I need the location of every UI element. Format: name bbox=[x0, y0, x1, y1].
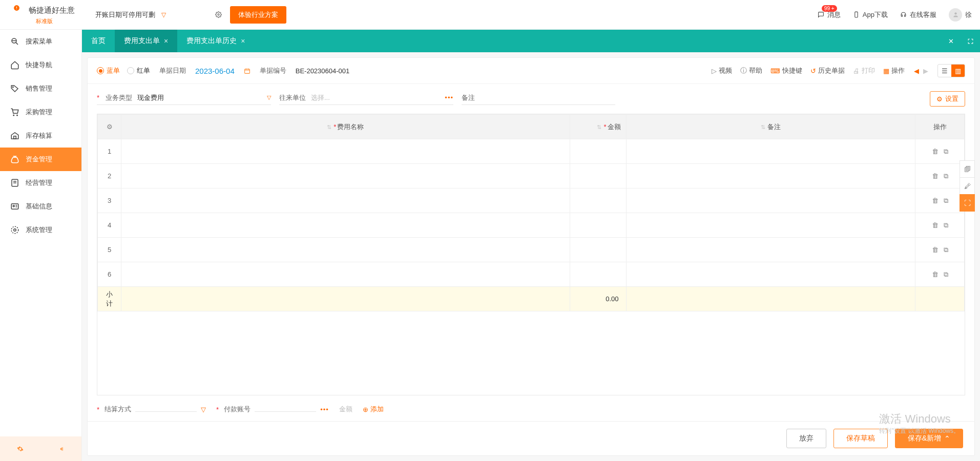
cell-amount[interactable] bbox=[570, 213, 626, 238]
table-row[interactable]: 6🗑⧉ bbox=[98, 262, 965, 287]
col-remark[interactable]: 备注 bbox=[626, 115, 915, 139]
delete-row-icon[interactable]: 🗑 bbox=[932, 221, 939, 229]
settle-field[interactable]: * 结算方式 ▽ bbox=[97, 405, 206, 414]
cell-fee-name[interactable] bbox=[121, 238, 570, 262]
cell-amount[interactable] bbox=[570, 188, 626, 213]
cell-remark[interactable] bbox=[626, 188, 915, 213]
fullscreen-icon[interactable] bbox=[961, 30, 980, 52]
view-grid-icon[interactable]: ▥ bbox=[951, 65, 965, 77]
copy-row-icon[interactable]: ⧉ bbox=[944, 246, 948, 254]
table-row[interactable]: 5🗑⧉ bbox=[98, 238, 965, 262]
copy-row-icon[interactable]: ⧉ bbox=[944, 197, 948, 204]
col-settings[interactable]: ⚙ bbox=[98, 115, 121, 139]
save-new-button[interactable]: 保存&新增⌃ bbox=[895, 429, 963, 448]
doc-date-value[interactable]: 2023-06-04 bbox=[195, 67, 235, 75]
footer-gear-icon[interactable] bbox=[17, 446, 24, 452]
sidebar-item-funds[interactable]: 资金管理 bbox=[0, 148, 81, 171]
sidebar-item-search[interactable]: 搜索菜单 bbox=[0, 30, 81, 53]
account-period-selector[interactable]: 开账日期可停用可删 ▽ bbox=[95, 10, 213, 19]
table-row[interactable]: 1🗑⧉ bbox=[98, 139, 965, 164]
floating-rail: 🗐 🖉 ⛶ bbox=[960, 160, 975, 211]
cell-fee-name[interactable] bbox=[121, 139, 570, 164]
rail-attach-icon[interactable]: 🖉 bbox=[960, 177, 975, 195]
radio-blue[interactable]: 蓝单 bbox=[97, 66, 120, 75]
cell-amount[interactable] bbox=[570, 238, 626, 262]
copy-row-icon[interactable]: ⧉ bbox=[944, 270, 948, 278]
table-row[interactable]: 2🗑⧉ bbox=[98, 164, 965, 188]
print-link[interactable]: 🖨打印 bbox=[853, 66, 875, 75]
add-row-link[interactable]: ⊕ 添加 bbox=[363, 405, 384, 414]
cell-remark[interactable] bbox=[626, 213, 915, 238]
operate-link[interactable]: ▦操作 bbox=[883, 66, 905, 75]
party-field[interactable]: 往来单位 选择... ••• bbox=[279, 93, 453, 105]
cell-amount[interactable] bbox=[570, 262, 626, 287]
discard-button[interactable]: 放弃 bbox=[786, 429, 826, 448]
close-icon[interactable]: × bbox=[164, 37, 168, 45]
messages-link[interactable]: 99 + 消息 bbox=[818, 10, 841, 19]
collapse-sidebar-icon[interactable] bbox=[58, 446, 65, 452]
delete-row-icon[interactable]: 🗑 bbox=[932, 172, 939, 180]
cell-remark[interactable] bbox=[626, 262, 915, 287]
close-icon[interactable]: × bbox=[241, 37, 245, 45]
view-list-icon[interactable]: ☰ bbox=[938, 65, 951, 77]
more-icon[interactable]: ••• bbox=[320, 406, 329, 413]
delete-row-icon[interactable]: 🗑 bbox=[932, 246, 939, 254]
radio-red[interactable]: 红单 bbox=[127, 66, 150, 75]
cell-remark[interactable] bbox=[626, 164, 915, 188]
cell-fee-name[interactable] bbox=[121, 164, 570, 188]
sidebar-item-basedata[interactable]: 基础信息 bbox=[0, 195, 81, 218]
payacct-field[interactable]: * 付款账号 ••• bbox=[216, 405, 329, 414]
history-link[interactable]: ↺历史单据 bbox=[810, 66, 845, 75]
remark-field[interactable]: 备注 bbox=[462, 93, 615, 105]
cell-fee-name[interactable] bbox=[121, 188, 570, 213]
sidebar-item-operations[interactable]: 经营管理 bbox=[0, 171, 81, 195]
cell-amount[interactable] bbox=[570, 139, 626, 164]
cell-fee-name[interactable] bbox=[121, 262, 570, 287]
copy-row-icon[interactable]: ⧉ bbox=[944, 172, 948, 180]
table-row[interactable]: 4🗑⧉ bbox=[98, 213, 965, 238]
delete-row-icon[interactable]: 🗑 bbox=[932, 197, 939, 204]
sidebar-item-sales[interactable]: 销售管理 bbox=[0, 77, 81, 100]
payacct-input[interactable] bbox=[255, 407, 316, 412]
delete-row-icon[interactable]: 🗑 bbox=[932, 270, 939, 278]
cell-remark[interactable] bbox=[626, 238, 915, 262]
col-amount[interactable]: *金额 bbox=[570, 115, 626, 139]
user-menu[interactable]: 徐 bbox=[949, 8, 972, 22]
account-period-label: 开账日期可停用可删 bbox=[95, 10, 155, 19]
settings-button[interactable]: ⚙设置 bbox=[930, 91, 965, 107]
save-draft-button[interactable]: 保存草稿 bbox=[833, 429, 888, 448]
help-link[interactable]: ⓘ帮助 bbox=[740, 66, 762, 75]
rail-drafts-icon[interactable]: 🗐 bbox=[960, 160, 975, 178]
video-link[interactable]: ▷视频 bbox=[712, 66, 732, 75]
tab-expense-history[interactable]: 费用支出单历史× bbox=[177, 30, 254, 52]
prev-doc-icon[interactable]: ◀ bbox=[913, 66, 920, 76]
settle-input[interactable] bbox=[135, 407, 197, 412]
cell-fee-name[interactable] bbox=[121, 213, 570, 238]
support-link[interactable]: 在线客服 bbox=[900, 10, 936, 19]
col-fee-name[interactable]: *费用名称 bbox=[121, 115, 570, 139]
next-doc-icon[interactable]: ▶ bbox=[922, 66, 929, 76]
selector-settings-icon[interactable] bbox=[215, 11, 222, 18]
rail-expand-icon[interactable]: ⛶ bbox=[960, 194, 975, 212]
shortcut-link[interactable]: ⌨快捷键 bbox=[770, 66, 802, 75]
sidebar-item-quicknav[interactable]: 快捷导航 bbox=[0, 53, 81, 77]
more-icon[interactable]: ••• bbox=[445, 94, 453, 101]
sidebar-item-system[interactable]: 系统管理 bbox=[0, 218, 81, 242]
amount-field[interactable]: 金额 bbox=[339, 405, 352, 414]
tab-home[interactable]: 首页 bbox=[82, 30, 115, 52]
cell-remark[interactable] bbox=[626, 139, 915, 164]
tab-expense-sheet[interactable]: 费用支出单× bbox=[115, 30, 177, 52]
sidebar-item-purchase[interactable]: 采购管理 bbox=[0, 100, 81, 124]
table-row[interactable]: 3🗑⧉ bbox=[98, 188, 965, 213]
calendar-icon[interactable] bbox=[244, 68, 251, 74]
subtotal-empty bbox=[121, 287, 570, 311]
delete-row-icon[interactable]: 🗑 bbox=[932, 148, 939, 155]
tab-close-all-icon[interactable]: ✕ bbox=[941, 30, 961, 52]
copy-row-icon[interactable]: ⧉ bbox=[944, 221, 948, 229]
biz-type-field[interactable]: * 业务类型 现金费用 ▽ bbox=[97, 93, 271, 105]
sidebar-item-inventory[interactable]: 库存核算 bbox=[0, 124, 81, 148]
cta-button[interactable]: 体验行业方案 bbox=[230, 6, 286, 24]
cell-amount[interactable] bbox=[570, 164, 626, 188]
copy-row-icon[interactable]: ⧉ bbox=[944, 148, 948, 155]
app-download-link[interactable]: App下载 bbox=[853, 10, 888, 19]
